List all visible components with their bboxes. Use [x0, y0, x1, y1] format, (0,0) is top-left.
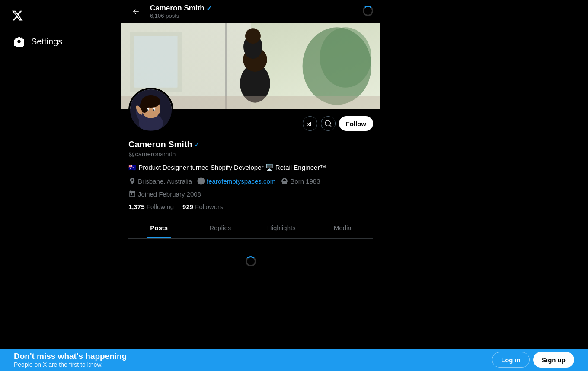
action-buttons: xi Follow — [303, 116, 374, 133]
header-name-text: Cameron Smith — [150, 4, 205, 13]
spinner-indicator — [363, 6, 373, 16]
profile-meta: Brisbane, Australia fearofemptyspaces.co… — [128, 177, 373, 198]
location-text: Brisbane, Australia — [138, 178, 192, 185]
born-text: Born 1983 — [290, 178, 320, 185]
bottom-sub-text: People on X are the first to know. — [14, 361, 127, 368]
settings-label: Settings — [31, 37, 62, 47]
svg-point-10 — [320, 27, 371, 88]
tab-posts[interactable]: Posts — [128, 217, 190, 238]
svg-point-20 — [153, 109, 155, 111]
following-label: Following — [147, 203, 174, 210]
content-loading-area — [121, 239, 380, 284]
profile-header: Cameron Smith ✓ 6,106 posts — [121, 0, 380, 23]
tab-replies-label: Replies — [209, 224, 231, 231]
x-logo-button[interactable] — [7, 5, 28, 26]
profile-bio: 🇦🇺 Product Designer turned Shopify Devel… — [128, 163, 373, 172]
settings-nav-item[interactable]: Settings — [7, 31, 69, 52]
profile-tabs: Posts Replies Highlights Media — [128, 217, 373, 239]
tab-highlights-label: Highlights — [267, 224, 296, 231]
profile-name: Cameron Smith — [128, 140, 192, 149]
loading-spinner — [363, 6, 373, 18]
joined-meta: Joined February 2008 — [128, 190, 201, 198]
location-meta: Brisbane, Australia — [128, 177, 192, 185]
profile-body: xi Follow Cameron Smith ✓ @cameronsmith … — [121, 88, 380, 239]
back-arrow-icon — [132, 8, 140, 16]
profile-handle: @cameronsmith — [128, 150, 373, 158]
bottom-main-text: Don't miss what's happening — [14, 352, 127, 361]
back-button[interactable] — [128, 4, 143, 19]
x-logo-icon — [11, 10, 23, 22]
website-link[interactable]: fearofemptyspaces.com — [207, 178, 275, 185]
birthday-icon — [281, 177, 288, 185]
followers-label: Followers — [195, 203, 223, 210]
follow-button[interactable]: Follow — [339, 116, 374, 131]
tab-posts-label: Posts — [150, 224, 168, 231]
sidebar: Settings — [0, 0, 121, 371]
login-button[interactable]: Log in — [492, 352, 530, 368]
profile-verified-badge: ✓ — [194, 140, 200, 149]
svg-text:xi: xi — [307, 121, 311, 127]
header-posts-number: 6,106 — [150, 13, 164, 19]
bottom-cta-bar: Don't miss what's happening People on X … — [0, 349, 588, 371]
header-posts-count: 6,106 posts — [150, 13, 212, 19]
search-icon — [324, 120, 332, 127]
avatar-svg — [131, 91, 170, 130]
following-count: 1,375 — [128, 203, 145, 210]
content-spinner — [246, 256, 256, 266]
avatar — [128, 88, 173, 133]
location-icon — [128, 177, 136, 185]
more-options-button[interactable]: xi — [303, 116, 317, 131]
xi-icon: xi — [306, 120, 314, 127]
gear-icon — [14, 36, 24, 47]
bottom-actions: Log in Sign up — [492, 352, 574, 368]
header-posts-label: posts — [166, 13, 179, 19]
search-profile-button[interactable] — [321, 116, 336, 131]
calendar-icon — [128, 190, 136, 198]
following-stat[interactable]: 1,375 Following — [128, 203, 174, 210]
link-icon — [197, 177, 205, 185]
tab-replies[interactable]: Replies — [190, 217, 251, 238]
svg-point-7 — [245, 28, 261, 44]
tab-media-label: Media — [334, 224, 352, 231]
website-meta: fearofemptyspaces.com — [197, 177, 275, 185]
profile-stats: 1,375 Following 929 Followers — [128, 203, 373, 210]
born-meta: Born 1983 — [281, 177, 320, 185]
header-verified-badge: ✓ — [206, 4, 212, 13]
tab-highlights[interactable]: Highlights — [251, 217, 312, 238]
profile-name-row: Cameron Smith ✓ — [128, 140, 373, 149]
svg-point-19 — [147, 109, 149, 111]
avatar-image — [130, 89, 172, 131]
tab-media[interactable]: Media — [312, 217, 374, 238]
signup-button[interactable]: Sign up — [533, 352, 574, 368]
followers-stat[interactable]: 929 Followers — [182, 203, 223, 210]
header-name: Cameron Smith ✓ — [150, 4, 212, 13]
bottom-cta-text: Don't miss what's happening People on X … — [14, 352, 127, 368]
joined-text: Joined February 2008 — [138, 190, 201, 198]
main-content: Cameron Smith ✓ 6,106 posts — [121, 0, 380, 371]
followers-count: 929 — [182, 203, 193, 210]
header-profile-info: Cameron Smith ✓ 6,106 posts — [150, 4, 212, 19]
svg-rect-3 — [134, 36, 178, 88]
